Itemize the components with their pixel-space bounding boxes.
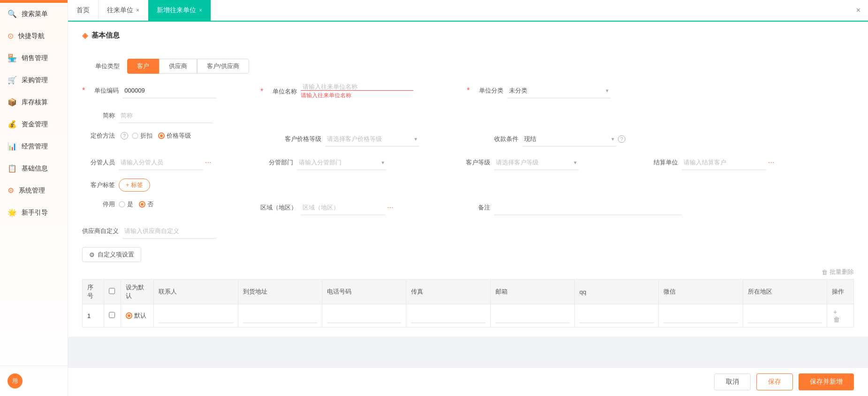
unit-type-customer-btn[interactable]: 客户 — [127, 59, 159, 74]
default-label: 默认 — [134, 311, 146, 320]
radio-yes-label: 是 — [127, 200, 133, 209]
tab-new-partner[interactable]: 新增往来单位 × — [148, 0, 211, 21]
section-title-text: 基本信息 — [91, 31, 120, 40]
purchase-icon: 🛒 — [8, 76, 17, 85]
radio-price-level-label: 价格等级 — [167, 132, 191, 140]
unit-type-label: 单位类型 — [82, 62, 120, 70]
form-row-4: 分管人员 ··· 分管部门 请输入分管部门 ▾ 客户等级 请选择客户等级 — [82, 155, 854, 170]
payment-terms-select[interactable]: 现结 ▾ — [522, 132, 616, 147]
customer-price-level-label: 客户价格等级 — [279, 135, 321, 143]
region-input[interactable] — [301, 200, 385, 215]
footer-bar: 取消 保存 保存并新增 — [68, 367, 868, 396]
save-button[interactable]: 保存 — [756, 373, 793, 390]
add-tag-button[interactable]: + 标签 — [119, 179, 150, 192]
unit-category-select[interactable]: 未分类 ▾ — [507, 83, 610, 98]
remarks-input[interactable] — [494, 200, 682, 215]
remarks-field: 备注 — [457, 200, 854, 215]
tab-home[interactable]: 首页 — [68, 0, 99, 21]
region-more-btn[interactable]: ··· — [385, 203, 395, 212]
sidebar-item-finance[interactable]: 💰 资金管理 — [0, 113, 68, 135]
main-area: 首页 往来单位 × 新增往来单位 × × ◈ 基本信息 单位类型 客户 — [68, 0, 868, 396]
chevron-down-icon: ▾ — [606, 87, 609, 94]
row-default: 默认 — [121, 304, 154, 327]
pricing-method-label: 定价方法 — [82, 132, 115, 140]
short-name-input[interactable] — [119, 108, 213, 123]
delete-row-button[interactable]: 🗑 — [832, 316, 841, 323]
sidebar-item-quick-nav[interactable]: ⊙ 快捷导航 — [0, 25, 68, 47]
supplier-custom-input[interactable] — [122, 224, 216, 239]
qq-input[interactable] — [579, 308, 654, 323]
sidebar-item-inventory[interactable]: 📦 库存核算 — [0, 91, 68, 113]
sidebar-item-newbie[interactable]: 🌟 新手引导 — [0, 202, 68, 224]
manager-input[interactable] — [119, 155, 203, 170]
settlement-unit-more-btn[interactable]: ··· — [766, 158, 776, 167]
customer-level-select[interactable]: 请选择客户等级 ▾ — [494, 155, 579, 170]
save-new-button[interactable]: 保存并新增 — [799, 373, 854, 390]
default-radio[interactable]: 默认 — [126, 311, 149, 320]
cancel-button[interactable]: 取消 — [714, 373, 751, 390]
row-qq — [574, 304, 658, 327]
sidebar-item-purchase[interactable]: 🛒 采购管理 — [0, 69, 68, 91]
payment-terms-help-icon[interactable]: ? — [618, 135, 625, 143]
sidebar-item-system[interactable]: ⚙ 系统管理 — [0, 179, 68, 202]
customer-level-field: 客户等级 请选择客户等级 ▾ — [457, 155, 626, 170]
sidebar-item-label: 经营管理 — [22, 142, 48, 151]
row-checkbox[interactable] — [104, 304, 121, 327]
row-actions: + 🗑 — [827, 304, 854, 327]
unit-code-label: 单位编码 — [86, 86, 119, 95]
sidebar-item-operation[interactable]: 📊 经营管理 — [0, 135, 68, 157]
wechat-input[interactable] — [663, 308, 738, 323]
col-region: 所在地区 — [743, 280, 827, 304]
col-address: 到货地址 — [238, 280, 322, 304]
chevron-down-icon-4: ▾ — [381, 159, 384, 166]
radio-discount[interactable]: 折扣 — [132, 132, 152, 140]
row-region-input[interactable] — [748, 308, 822, 323]
payment-terms-value: 现结 — [524, 135, 611, 143]
contact-input[interactable] — [159, 308, 233, 323]
unit-category-label: 单位分类 — [471, 86, 503, 95]
avatar: 用 — [8, 373, 23, 388]
settlement-unit-input[interactable] — [682, 155, 766, 170]
radio-circle-no — [139, 201, 145, 208]
table-body: 1 默认 — [83, 304, 854, 327]
col-default: 设为默认 — [121, 280, 154, 304]
required-star-name: * — [260, 87, 263, 96]
home-icon: ⊙ — [8, 31, 14, 40]
unit-name-input[interactable] — [301, 83, 413, 91]
phone-input[interactable] — [327, 308, 401, 323]
department-select[interactable]: 请输入分管部门 ▾ — [297, 155, 386, 170]
radio-disable-yes[interactable]: 是 — [119, 200, 133, 209]
unit-type-supplier-btn[interactable]: 供应商 — [159, 59, 197, 74]
select-all-checkbox[interactable] — [109, 288, 115, 294]
sidebar-item-sales[interactable]: 🏪 销售管理 — [0, 47, 68, 69]
radio-price-level[interactable]: 价格等级 — [158, 132, 191, 140]
close-all-tabs[interactable]: × — [849, 0, 868, 21]
manager-label: 分管人员 — [82, 158, 115, 167]
tab-partners-close[interactable]: × — [136, 7, 139, 14]
pricing-radio-group: 折扣 价格等级 — [132, 132, 191, 140]
row-checkbox-input[interactable] — [109, 312, 115, 318]
col-checkbox[interactable] — [104, 280, 121, 304]
manager-more-btn[interactable]: ··· — [203, 158, 213, 167]
form-content: ◈ 基本信息 单位类型 客户 供应商 客户/供应商 * 单位编码 — [68, 22, 868, 367]
row-seq: 1 — [83, 304, 104, 327]
unit-type-both-btn[interactable]: 客户/供应商 — [197, 59, 249, 74]
batch-delete-row[interactable]: 🗑 批量删除 — [82, 268, 854, 276]
add-row-button[interactable]: + — [832, 308, 838, 316]
tab-partners[interactable]: 往来单位 × — [99, 0, 148, 21]
email-input[interactable] — [495, 308, 570, 323]
sidebar-item-label: 快捷导航 — [18, 32, 45, 40]
sidebar-item-basic[interactable]: 📋 基础信息 — [0, 157, 68, 179]
custom-settings-button[interactable]: ⚙ 自定义项设置 — [82, 247, 141, 262]
pricing-help-icon[interactable]: ? — [121, 132, 128, 140]
gear-icon: ⚙ — [89, 251, 95, 258]
customer-price-level-select[interactable]: 请选择客户价格等级 ▾ — [325, 132, 419, 147]
fax-input[interactable] — [411, 308, 485, 323]
radio-disable-no[interactable]: 否 — [139, 200, 153, 209]
customer-level-placeholder: 请选择客户等级 — [496, 158, 574, 167]
unit-code-input[interactable] — [122, 83, 216, 98]
sidebar-item-search[interactable]: 🔍 搜索菜单 — [0, 3, 68, 25]
address-input[interactable] — [243, 308, 317, 323]
tab-new-partner-close[interactable]: × — [199, 7, 202, 14]
form-row-3: 定价方法 ? 折扣 价格等级 客户价格等级 — [82, 132, 854, 147]
